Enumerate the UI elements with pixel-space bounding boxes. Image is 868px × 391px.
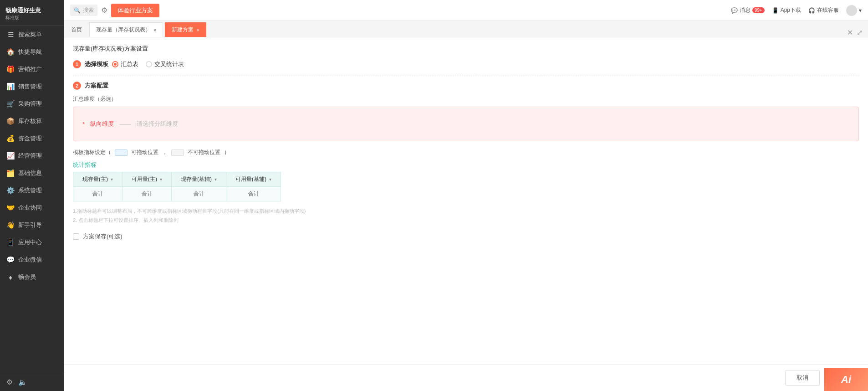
chevron-down-icon[interactable]: ▾: [269, 177, 271, 182]
sidebar-item-企业协同[interactable]: 🤝企业协同: [0, 199, 64, 216]
radio-cross-circle: [146, 61, 152, 67]
topbar: 🔍 搜索 ⚙ 体验行业方案 💬 消息 99+ 📱 App下载 🎧 在线客服: [64, 0, 868, 21]
template-radio-group: 汇总表 交叉统计表: [112, 60, 184, 68]
tab-inventory-close-icon[interactable]: ×: [153, 27, 156, 33]
sidebar-item-icon: 💬: [6, 256, 15, 264]
col-label: 现存量(主): [82, 175, 108, 183]
summary-dimension-label: 汇总维度（必选）: [73, 95, 859, 103]
stats-col-header[interactable]: 可用量(主)▾: [123, 172, 172, 187]
sidebar-footer: ⚙ 🔈: [0, 373, 64, 391]
sidebar-item-畅会员[interactable]: ♦畅会员: [0, 268, 64, 286]
headset-icon: 🎧: [808, 7, 815, 14]
page-title: 现存量(库存状况表)方案设置: [73, 45, 859, 53]
sidebar-item-经营管理[interactable]: 📈经营管理: [0, 147, 64, 165]
download-icon: 📱: [772, 7, 779, 14]
sidebar-item-icon: ☰: [6, 31, 15, 39]
tab-new-plan[interactable]: 新建方案 ×: [165, 22, 206, 37]
message-icon: 💬: [731, 7, 738, 14]
sidebar-item-label: 搜索菜单: [18, 31, 42, 39]
sidebar-item-营销推广[interactable]: 🎁营销推广: [0, 61, 64, 78]
not-draggable-indicator-legend: [171, 149, 184, 156]
stats-col-header[interactable]: 可用量(基辅)▾: [226, 172, 281, 187]
chevron-down-icon[interactable]: ▾: [111, 177, 113, 182]
sidebar-item-资金管理[interactable]: 💰资金管理: [0, 130, 64, 147]
sidebar-item-销售管理[interactable]: 📊销售管理: [0, 78, 64, 95]
chevron-down-icon: ▾: [859, 7, 862, 14]
sidebar-item-icon: 📱: [6, 238, 15, 247]
online-service-label: 在线客服: [817, 6, 839, 14]
sidebar-item-快捷导航[interactable]: 🏠快捷导航: [0, 43, 64, 61]
step1-title: 选择模板: [85, 60, 108, 68]
sidebar-item-采购管理[interactable]: 🛒采购管理: [0, 95, 64, 113]
tab-home[interactable]: 首页: [64, 22, 89, 37]
radio-cross-table[interactable]: 交叉统计表: [146, 60, 184, 68]
save-plan-checkbox[interactable]: [73, 233, 79, 240]
ai-badge[interactable]: Ai: [824, 368, 868, 391]
stats-col-sub: 合计: [73, 187, 123, 201]
dimension-box: * 纵向维度 —— 请选择分组维度: [73, 107, 859, 141]
sidebar-item-系统管理[interactable]: ⚙️系统管理: [0, 182, 64, 199]
sidebar-item-icon: 📊: [6, 82, 15, 91]
search-icon: 🔍: [74, 7, 81, 14]
sidebar-nav: ☰搜索菜单🏠快捷导航🎁营销推广📊销售管理🛒采购管理📦库存核算💰资金管理📈经营管理…: [0, 26, 64, 373]
stats-section-title: 统计指标: [73, 161, 859, 169]
avatar-icon: [846, 5, 857, 16]
radio-summary-table[interactable]: 汇总表: [112, 60, 138, 68]
settings-icon[interactable]: ⚙: [6, 378, 13, 386]
sidebar-item-icon: 🎁: [6, 65, 15, 73]
experience-btn[interactable]: 体验行业方案: [111, 4, 159, 17]
indicators-close: ）: [224, 149, 230, 156]
tab-new-plan-close-icon[interactable]: ×: [196, 27, 199, 33]
sidebar-item-label: 资金管理: [18, 134, 42, 143]
sidebar-item-应用中心[interactable]: 📱应用中心: [0, 234, 64, 251]
stats-col-sub: 合计: [226, 187, 281, 201]
sidebar-item-label: 经营管理: [18, 152, 42, 160]
col-label: 现存量(基辅): [181, 175, 212, 183]
hints-section: 1.拖动标题栏可以调整布局，不可跨维度或指标区域拖动栏目字段(只能在同一维度或指…: [73, 207, 859, 225]
topbar-search[interactable]: 🔍 搜索: [70, 5, 97, 16]
cancel-button[interactable]: 取消: [785, 370, 820, 386]
message-item[interactable]: 💬 消息 99+: [731, 6, 765, 14]
sidebar-item-label: 新手引导: [18, 221, 42, 229]
footer-bar: 取消 查询: [64, 364, 868, 391]
message-badge: 99+: [752, 7, 765, 13]
stats-col-header[interactable]: 现存量(基辅)▾: [172, 172, 226, 187]
sidebar-item-icon: 📦: [6, 117, 15, 125]
section2-header: 2 方案配置: [73, 82, 859, 90]
topbar-settings-icon[interactable]: ⚙: [101, 6, 107, 15]
tab-inventory-label: 现存量（库存状况表）: [96, 26, 151, 34]
close-panel-icon[interactable]: ✕: [847, 28, 853, 37]
tabs-bar: 首页 现存量（库存状况表） × 新建方案 × ✕ ⤢: [64, 21, 868, 37]
message-label: 消息: [740, 6, 751, 14]
online-service-item[interactable]: 🎧 在线客服: [808, 6, 839, 14]
app-download-item[interactable]: 📱 App下载: [772, 6, 801, 14]
topbar-left: 🔍 搜索 ⚙ 体验行业方案: [70, 4, 726, 17]
section-step1: 1 选择模板 汇总表 交叉统计表: [73, 60, 859, 68]
chevron-down-icon[interactable]: ▾: [160, 177, 162, 182]
col-label: 可用量(主): [132, 175, 157, 183]
expand-panel-icon[interactable]: ⤢: [857, 28, 863, 37]
sidebar-item-icon: 🏠: [6, 48, 15, 56]
tab-new-plan-label: 新建方案: [172, 26, 194, 34]
sidebar-item-基础信息[interactable]: 🗂️基础信息: [0, 165, 64, 182]
sidebar: 畅康通好生意 标准版 ☰搜索菜单🏠快捷导航🎁营销推广📊销售管理🛒采购管理📦库存核…: [0, 0, 64, 391]
radio-cross-label: 交叉统计表: [154, 60, 184, 68]
tab-inventory-status[interactable]: 现存量（库存状况表） ×: [89, 22, 163, 37]
app-name: 畅康通好生意: [5, 6, 58, 15]
app-logo: 畅康通好生意 标准版: [0, 0, 64, 26]
sidebar-item-搜索菜单[interactable]: ☰搜索菜单: [0, 26, 64, 43]
sidebar-item-label: 系统管理: [18, 186, 42, 195]
chevron-down-icon[interactable]: ▾: [214, 177, 217, 182]
stats-col-sub: 合计: [172, 187, 226, 201]
sidebar-item-icon: 🛒: [6, 100, 15, 108]
stats-col-header[interactable]: 现存量(主)▾: [73, 172, 123, 187]
sidebar-item-库存核算[interactable]: 📦库存核算: [0, 113, 64, 130]
sidebar-item-企业微信[interactable]: 💬企业微信: [0, 251, 64, 268]
sidebar-item-label: 销售管理: [18, 82, 42, 91]
user-avatar[interactable]: ▾: [846, 5, 862, 16]
indicators-sep: ，: [162, 149, 168, 156]
indicators-not-draggable-label: 不可拖动位置: [188, 149, 220, 156]
audio-icon[interactable]: 🔈: [18, 378, 27, 386]
sidebar-item-新手引导[interactable]: 👋新手引导: [0, 216, 64, 234]
dimension-placeholder[interactable]: 请选择分组维度: [137, 120, 178, 128]
